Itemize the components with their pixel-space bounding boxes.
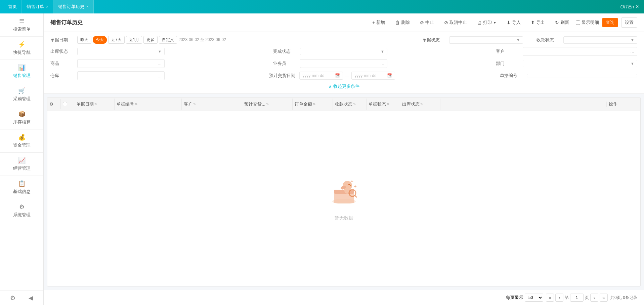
cancel-stop-button[interactable]: ⊘ 取消中止 <box>441 18 470 27</box>
page-prefix: 第 <box>565 295 569 301</box>
sidebar-item-purchase-mgmt[interactable]: 🛒 采购管理 <box>0 83 43 106</box>
th-order-status[interactable]: 单据状态 ⇅ <box>367 99 400 110</box>
warehouse-dots[interactable]: ... <box>158 73 162 78</box>
sort-delivery-date-icon: ⇅ <box>266 102 269 106</box>
warehouse-input[interactable]: ... <box>77 71 165 80</box>
sidebar-item-quick-nav[interactable]: ⚡ 快捷导航 <box>0 37 43 60</box>
date-btn-yesterday[interactable]: 昨天 <box>77 36 91 44</box>
window-close-button[interactable]: × <box>634 3 641 10</box>
print-button[interactable]: 🖨 打印 ▼ <box>474 18 500 27</box>
svg-text:✦: ✦ <box>350 179 354 184</box>
sidebar-item-system[interactable]: ⚙ 系统管理 <box>0 199 43 222</box>
stop-button[interactable]: ⊘ 中止 <box>417 18 437 27</box>
th-warehouse-status[interactable]: 出库状态 ⇅ <box>400 99 440 110</box>
order-status-select[interactable]: ▼ <box>449 36 523 44</box>
completion-status-select[interactable]: ▼ <box>300 48 387 55</box>
prev-page-button[interactable]: ‹ <box>555 294 563 302</box>
th-delivery-date[interactable]: 预计交货... ⇅ <box>242 99 293 110</box>
sort-warehouse-status-icon: ⇅ <box>420 102 423 106</box>
th-date[interactable]: 单据日期 ⇅ <box>74 99 115 110</box>
page-suffix: 页 <box>585 295 589 301</box>
dept-arrow: ▼ <box>631 62 634 66</box>
tab-sales-order[interactable]: 销售订单 × <box>22 0 53 13</box>
tab-sales-order-close[interactable]: × <box>46 4 48 9</box>
sidebar-collapse-btn[interactable]: ◀ <box>29 294 33 302</box>
date-btn-custom[interactable]: 自定义 <box>159 36 177 44</box>
order-number-input[interactable] <box>527 74 637 77</box>
collapse-icon: ∧ <box>329 84 332 89</box>
order-status-arrow: ▼ <box>516 38 520 42</box>
last-page-button[interactable]: » <box>600 294 608 302</box>
add-button[interactable]: + 新增 <box>369 18 388 27</box>
print-icon: 🖨 <box>477 20 482 25</box>
tab-sales-order-history[interactable]: 销售订单历史 × <box>53 0 94 13</box>
dept-select[interactable]: ▼ <box>523 60 637 67</box>
th-checkbox[interactable] <box>61 99 74 109</box>
date-label: 单据日期 <box>50 37 77 43</box>
customer-input[interactable]: ... <box>523 47 637 56</box>
salesman-input[interactable]: ... <box>300 59 387 68</box>
show-detail-checkbox[interactable] <box>576 21 580 25</box>
salesman-dots[interactable]: ... <box>380 61 384 66</box>
product-input[interactable]: ... <box>77 59 165 68</box>
product-dots[interactable]: ... <box>158 61 162 66</box>
page-number-input[interactable] <box>570 294 584 302</box>
table-settings-icon[interactable]: ⚙ <box>49 102 53 107</box>
query-button[interactable]: 查询 <box>602 18 618 27</box>
calendar-start-icon[interactable]: 📅 <box>335 73 340 78</box>
date-btn-1month[interactable]: 近1月 <box>126 36 142 44</box>
show-detail-checkbox-label[interactable]: 显示明细 <box>576 20 599 26</box>
date-btn-7days[interactable]: 近7天 <box>108 36 125 44</box>
delivery-date-start-input[interactable]: yyyy-mm-dd 📅 <box>299 72 343 80</box>
th-actions: 操作 <box>607 99 640 110</box>
sidebar-item-operations[interactable]: 📈 经营管理 <box>0 153 43 176</box>
pagination-nav: « ‹ 第 页 › » <box>546 294 608 302</box>
customer-dots[interactable]: ... <box>630 49 634 54</box>
per-page-select[interactable]: 50 10 20 100 <box>525 294 543 302</box>
calendar-end-icon[interactable]: 📅 <box>387 73 392 78</box>
delivery-date-end-input[interactable]: yyyy-mm-dd 📅 <box>351 72 395 80</box>
payment-status-select[interactable]: ▼ <box>563 36 637 44</box>
collapse-button[interactable]: ∧ 收起更多条件 <box>50 83 637 89</box>
delete-button[interactable]: 🗑 删除 <box>392 18 413 27</box>
sidebar-item-finance[interactable]: 💰 资金管理 <box>0 129 43 153</box>
th-amount[interactable]: 订单金额 ⇅ <box>293 99 333 110</box>
purchase-mgmt-icon: 🛒 <box>18 87 26 94</box>
date-separator: — <box>345 73 349 78</box>
refresh-button[interactable]: ↻ 刷新 <box>552 18 572 27</box>
brand-text: OfTEn <box>620 4 634 9</box>
th-number[interactable]: 单据编号 ⇅ <box>115 99 182 110</box>
completion-status-arrow: ▼ <box>381 49 384 53</box>
tab-home[interactable]: 首页 <box>3 0 22 13</box>
per-page-label: 每页显示 <box>506 295 523 301</box>
sort-payment-status-icon: ⇅ <box>353 102 356 106</box>
th-customer-label: 客户 <box>184 101 192 107</box>
system-icon: ⚙ <box>19 203 25 211</box>
stop-label: 中止 <box>425 20 434 26</box>
date-btn-more[interactable]: 更多 <box>143 36 158 44</box>
warehouse-status-select[interactable]: ▼ <box>77 48 165 55</box>
sidebar-item-search-menu[interactable]: ☰ 搜索菜单 <box>0 13 43 37</box>
first-page-icon: « <box>549 295 551 300</box>
sidebar-item-sales-mgmt[interactable]: 📊 销售管理 <box>0 60 43 83</box>
date-quick-buttons: 昨天 今天 近7天 近1月 更多 自定义 <box>77 36 177 44</box>
completion-status-label: 完成状态 <box>273 48 300 54</box>
date-btn-today[interactable]: 今天 <box>93 36 107 44</box>
sidebar-item-inventory[interactable]: 📦 库存核算 <box>0 106 43 129</box>
import-button[interactable]: ⬇ 导入 <box>503 18 524 27</box>
th-customer[interactable]: 客户 ⇅ <box>182 99 242 110</box>
first-page-button[interactable]: « <box>546 294 554 302</box>
next-page-button[interactable]: › <box>590 294 598 302</box>
sidebar-item-basic-info[interactable]: 📋 基础信息 <box>0 176 43 199</box>
th-settings[interactable]: ⚙ <box>47 99 61 109</box>
export-button[interactable]: ⬆ 导出 <box>527 18 548 27</box>
delete-icon: 🗑 <box>395 20 400 25</box>
select-all-checkbox[interactable] <box>63 102 67 106</box>
th-payment-status[interactable]: 收款状态 ⇅ <box>333 99 367 110</box>
basic-info-icon: 📋 <box>18 180 26 187</box>
settings-button[interactable]: 设置 <box>621 17 637 28</box>
tab-sales-order-history-close[interactable]: × <box>86 4 89 9</box>
sidebar-settings-btn[interactable]: ⚙ <box>10 294 15 302</box>
svg-point-7 <box>349 184 349 185</box>
stop-icon: ⊘ <box>420 20 424 25</box>
